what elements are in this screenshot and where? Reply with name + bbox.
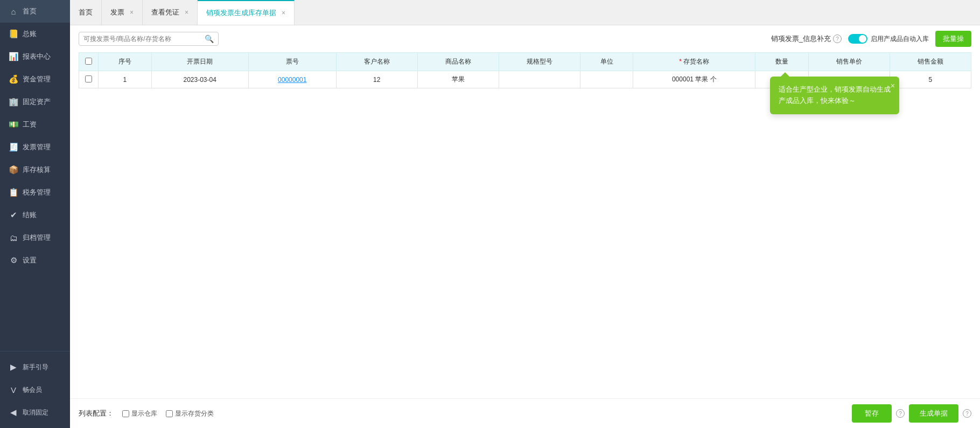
row-amount: 5: [890, 71, 971, 88]
tab-invoice-close[interactable]: ×: [130, 9, 134, 16]
sidebar-item-archive[interactable]: 🗂 归档管理: [0, 226, 70, 249]
sidebar-item-label: 畅会员: [23, 385, 42, 395]
sidebar-item-home[interactable]: ⌂ 首页: [0, 0, 70, 23]
tab-view-voucher-close[interactable]: ×: [185, 9, 188, 16]
toggle-label: 启用产成品自动入库: [871, 34, 929, 44]
sidebar-item-label: 报表中心: [23, 52, 51, 61]
sidebar-item-label: 税务管理: [23, 188, 51, 197]
archive-icon: 🗂: [9, 233, 18, 243]
home-icon: ⌂: [9, 6, 18, 16]
row-ticket-no[interactable]: 00000001: [248, 71, 336, 88]
show-category-label: 显示存货分类: [175, 409, 214, 418]
th-date: 开票日期: [151, 53, 248, 71]
sidebar-item-general-ledger[interactable]: 📒 总账: [0, 23, 70, 45]
tooltip-text: 适合生产型企业，销项发票自动生成产成品入库，快来体验～: [779, 85, 891, 105]
funds-icon: 💰: [9, 74, 18, 84]
sidebar-item-label: 结账: [23, 210, 37, 220]
sidebar-item-vip[interactable]: V 畅会员: [0, 378, 70, 401]
sidebar-item-label: 工资: [23, 120, 37, 129]
sidebar-item-label: 资金管理: [23, 74, 51, 84]
search-input[interactable]: [83, 35, 205, 43]
invoice-icon: 🧾: [9, 142, 18, 152]
th-spec: 规格型号: [499, 53, 580, 71]
checkout-icon: ✔: [9, 210, 18, 220]
th-ticket-no: 票号: [248, 53, 336, 71]
row-seq: 1: [99, 71, 152, 88]
tab-home[interactable]: 首页: [70, 0, 102, 25]
batch-operation-button[interactable]: 批量操: [935, 31, 971, 47]
save-button[interactable]: 暂存: [852, 404, 892, 423]
sidebar-item-new-guide[interactable]: ▶ 新手引导: [0, 356, 70, 378]
sidebar-item-settings[interactable]: ⚙ 设置: [0, 249, 70, 272]
show-warehouse-checkbox-label[interactable]: 显示仓库: [122, 409, 157, 418]
row-spec: [499, 71, 580, 88]
list-config-label: 列表配置：: [79, 409, 114, 418]
sidebar-item-label: 首页: [23, 6, 37, 16]
show-category-checkbox[interactable]: [166, 410, 173, 417]
row-customer: 12: [336, 71, 417, 88]
inventory-icon: 📦: [9, 165, 18, 175]
auto-stock-toggle[interactable]: [848, 34, 867, 44]
row-unit: [580, 71, 633, 88]
select-all-checkbox[interactable]: [85, 58, 92, 65]
bottom-actions: 暂存 ? 生成单据 ?: [852, 404, 971, 423]
search-box[interactable]: 🔍: [79, 32, 219, 46]
sidebar-bottom: ▶ 新手引导 V 畅会员 ◀ 取消固定: [0, 351, 70, 428]
show-warehouse-checkbox[interactable]: [122, 410, 129, 417]
sidebar: ⌂ 首页 📒 总账 📊 报表中心 💰 资金管理 🏢 固定资产 💵 工资 🧾 发票…: [0, 0, 70, 428]
sidebar-item-label: 固定资产: [23, 97, 51, 107]
toolbar-right: 销项发票_信息补充 ? 启用产成品自动入库 批量操: [771, 31, 971, 47]
th-qty: 数量: [755, 53, 809, 71]
sidebar-item-unpin[interactable]: ◀ 取消固定: [0, 401, 70, 424]
th-product-name: 商品名称: [417, 53, 499, 71]
sidebar-item-funds[interactable]: 💰 资金管理: [0, 68, 70, 91]
tab-generate-inventory-label: 销项发票生成库存单据: [206, 8, 276, 18]
generate-button[interactable]: 生成单据: [909, 404, 958, 423]
tab-bar: 首页 发票 × 查看凭证 × 销项发票生成库存单据 ×: [70, 0, 980, 25]
tab-view-voucher-label: 查看凭证: [151, 8, 179, 17]
payroll-icon: 💵: [9, 120, 18, 129]
main-area: 首页 发票 × 查看凭证 × 销项发票生成库存单据 × 🔍 销项发票_信息补充: [70, 0, 980, 428]
tab-generate-inventory[interactable]: 销项发票生成库存单据 ×: [198, 0, 295, 25]
info-label-text: 销项发票_信息补充: [771, 34, 831, 44]
search-icon: 🔍: [205, 34, 214, 43]
bottom-bar: 列表配置： 显示仓库 显示存货分类 暂存 ? 生成单据 ?: [70, 398, 980, 428]
info-help-icon[interactable]: ?: [833, 34, 842, 43]
info-label: 销项发票_信息补充 ?: [771, 34, 842, 44]
row-checkbox[interactable]: [85, 75, 92, 82]
sidebar-item-label: 新手引导: [23, 363, 48, 372]
guide-icon: ▶: [9, 362, 18, 372]
tooltip-close-button[interactable]: ×: [891, 80, 895, 92]
generate-help-icon[interactable]: ?: [963, 409, 971, 418]
tab-home-label: 首页: [79, 8, 93, 17]
sidebar-item-fixed-assets[interactable]: 🏢 固定资产: [0, 91, 70, 113]
show-category-checkbox-label[interactable]: 显示存货分类: [166, 409, 214, 418]
sidebar-item-payroll[interactable]: 💵 工资: [0, 113, 70, 136]
sidebar-item-reports[interactable]: 📊 报表中心: [0, 45, 70, 68]
sidebar-item-label: 归档管理: [23, 233, 51, 243]
tab-view-voucher[interactable]: 查看凭证 ×: [143, 0, 198, 25]
sidebar-item-label: 库存核算: [23, 165, 51, 175]
content-area: 🔍 销项发票_信息补充 ? 启用产成品自动入库 批量操: [70, 25, 980, 428]
tooltip-popup: × 适合生产型企业，销项发票自动生成产成品入库，快来体验～: [770, 77, 899, 114]
sidebar-item-tax-mgmt[interactable]: 📋 税务管理: [0, 181, 70, 204]
th-unit-price: 销售单价: [808, 53, 890, 71]
th-checkbox: [79, 53, 99, 71]
tab-invoice[interactable]: 发票 ×: [102, 0, 143, 25]
tax-icon: 📋: [9, 188, 18, 197]
sidebar-item-inventory[interactable]: 📦 库存核算: [0, 158, 70, 181]
th-customer: 客户名称: [336, 53, 417, 71]
row-product-name: 苹果: [417, 71, 499, 88]
tab-generate-inventory-close[interactable]: ×: [282, 9, 285, 17]
th-amount: 销售金额: [890, 53, 971, 71]
sidebar-item-checkout[interactable]: ✔ 结账: [0, 204, 70, 226]
sidebar-item-invoice-mgmt[interactable]: 🧾 发票管理: [0, 136, 70, 158]
toolbar: 🔍 销项发票_信息补充 ? 启用产成品自动入库 批量操: [70, 25, 980, 52]
sidebar-item-label: 取消固定: [23, 408, 48, 417]
sidebar-item-label: 设置: [23, 256, 37, 265]
unpin-icon: ◀: [9, 408, 18, 417]
save-help-icon[interactable]: ?: [896, 409, 905, 418]
tab-invoice-label: 发票: [110, 8, 124, 17]
sidebar-item-label: 总账: [23, 29, 37, 39]
th-seq: 序号: [99, 53, 152, 71]
